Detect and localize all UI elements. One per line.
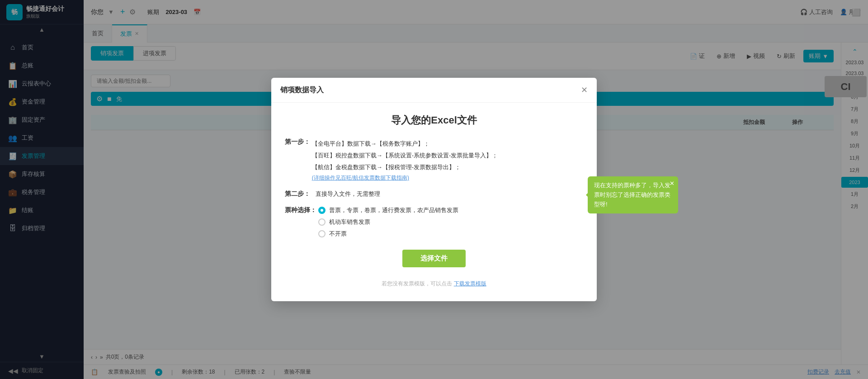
tooltip-bubble: ✕ 现在支持的票种多了，导入发票时别忘了选择正确的发票类型呀!	[588, 176, 678, 213]
tooltip-text: 现在支持的票种多了，导入发票时别忘了选择正确的发票类型呀!	[594, 182, 670, 208]
step1-block: 第一步： 【全电平台】数据下载→【税务数字账户】； 【百旺】税控盘数据下载→【系…	[285, 138, 583, 182]
download-template-link[interactable]: 下载发票模版	[454, 280, 486, 287]
step1-label: 第一步：	[285, 138, 310, 145]
modal-footer: 选择文件	[285, 246, 583, 275]
radio-group: 普票，专票，卷票，通行费发票，农产品销售发票 机动车销售发票 不开票	[316, 206, 458, 238]
modal-body: 导入您的Excel文件 第一步： 【全电平台】数据下载→【税务数字账户】； 【百…	[271, 103, 597, 301]
radio-vehicle-circle[interactable]	[318, 218, 326, 226]
modal-close-button[interactable]: ✕	[581, 85, 588, 95]
select-file-button[interactable]: 选择文件	[402, 250, 466, 267]
ticket-select: 票种选择： 普票，专票，卷票，通行费发票，农产品销售发票 机动车销售发票	[285, 206, 583, 238]
radio-general-label: 普票，专票，卷票，通行费发票，农产品销售发票	[329, 206, 458, 214]
step1-line1: 【全电平台】数据下载→【税务数字账户】；	[312, 138, 498, 150]
radio-noticket-circle[interactable]	[318, 230, 326, 237]
radio-general[interactable]: 普票，专票，卷票，通行费发票，农产品销售发票	[318, 206, 458, 214]
radio-general-circle[interactable]	[318, 207, 326, 214]
modal-overlay: 销项数据导入 ✕ 导入您的Excel文件 第一步： 【全电平台】数据下载→【税务…	[0, 0, 868, 379]
radio-vehicle-label: 机动车销售发票	[329, 218, 370, 226]
tooltip-close-button[interactable]: ✕	[670, 179, 675, 189]
radio-noticket-label: 不开票	[329, 230, 347, 238]
modal-title: 销项数据导入	[280, 85, 324, 95]
step1-line2: 【百旺】税控盘数据下载→【系统设置-系统参数设置-发票批量导入】；	[312, 150, 498, 161]
ticket-select-row: 票种选择： 普票，专票，卷票，通行费发票，农产品销售发票 机动车销售发票	[285, 206, 583, 238]
radio-vehicle[interactable]: 机动车销售发票	[318, 218, 458, 226]
ticket-select-label: 票种选择：	[285, 206, 316, 214]
modal-hint: 若您没有发票模版，可以点击 下载发票模版	[285, 280, 583, 288]
import-modal: 销项数据导入 ✕ 导入您的Excel文件 第一步： 【全电平台】数据下载→【税务…	[271, 78, 597, 301]
modal-main-title: 导入您的Excel文件	[285, 114, 583, 127]
hint-text: 若您没有发票模版，可以点击	[382, 280, 452, 287]
step1-link[interactable]: (详细操作见百旺/航信发票数据下载指南)	[312, 174, 498, 182]
modal-header: 销项数据导入 ✕	[271, 78, 597, 103]
step2-block: 第二步： 直接导入文件，无需整理	[285, 190, 583, 198]
step1-line3: 【航信】金税盘数据下载→【报税管理-发票数据导出】；	[312, 161, 498, 173]
step2-label: 第二步：	[285, 190, 310, 197]
step2-content: 直接导入文件，无需整理	[316, 190, 380, 197]
radio-noticket[interactable]: 不开票	[318, 230, 458, 238]
